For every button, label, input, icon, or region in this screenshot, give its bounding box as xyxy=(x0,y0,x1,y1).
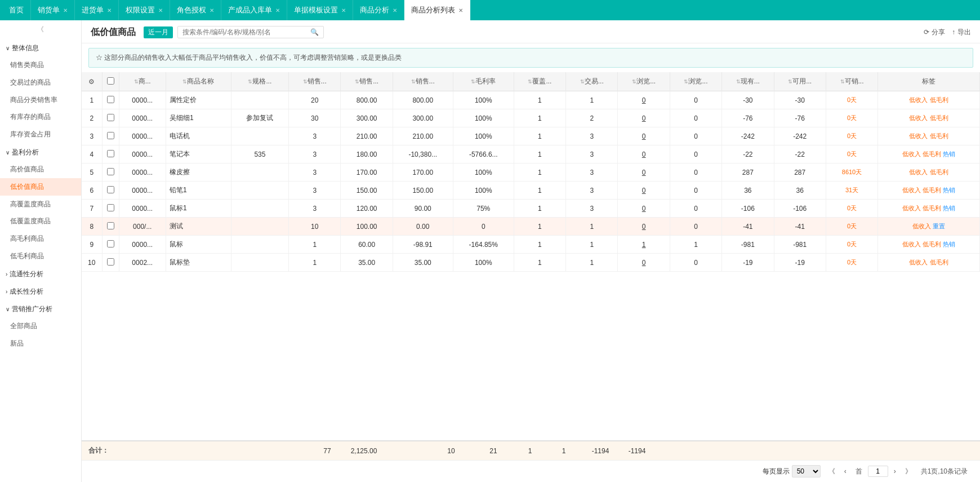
row-checkbox[interactable] xyxy=(107,96,114,103)
browse1[interactable]: 0 xyxy=(618,109,670,127)
col-header-8[interactable]: ⇅毛利率 xyxy=(453,72,514,91)
top-nav-item[interactable]: 销货单✕ xyxy=(31,0,75,20)
browse2: 0 xyxy=(670,163,721,182)
footer-val-2 xyxy=(231,447,265,455)
prev-page-btn[interactable]: ‹ xyxy=(841,466,850,476)
col-header-0[interactable]: ⚙ xyxy=(82,72,102,91)
row-checkbox[interactable] xyxy=(107,258,114,266)
row-checkbox-cell xyxy=(102,109,119,127)
sort-icon: ⇅ xyxy=(303,79,308,85)
col-header-14[interactable]: ⇅可用... xyxy=(774,72,826,91)
row-checkbox[interactable] xyxy=(107,168,114,175)
sidebar-item-1-2[interactable]: 高覆盖度商品 xyxy=(0,196,81,213)
sidebar-section-3[interactable]: ›成长性分析 xyxy=(0,282,81,300)
sidebar-item-1-0[interactable]: 高价值商品 xyxy=(0,161,81,178)
col-header-4[interactable]: ⇅规格... xyxy=(231,72,288,91)
sidebar-item-0-4[interactable]: 库存资金占用 xyxy=(0,126,81,143)
browse1[interactable]: 0 xyxy=(618,254,670,272)
footer-val-9: 1 xyxy=(513,447,547,455)
col-header-6[interactable]: ⇅销售... xyxy=(341,72,393,91)
page-input[interactable] xyxy=(868,466,888,477)
top-nav-item[interactable]: 权限设置✕ xyxy=(119,0,170,20)
sidebar-item-0-0[interactable]: 销售类商品 xyxy=(0,56,81,74)
browse1[interactable]: 0 xyxy=(618,200,670,218)
sidebar-item-4-1[interactable]: 新品 xyxy=(0,335,81,352)
col-header-15[interactable]: ⇅可销... xyxy=(826,72,877,91)
col-header-5[interactable]: ⇅销售... xyxy=(289,72,341,91)
table-body: 10000...属性定价20800.00800.00100%1100-30-30… xyxy=(82,91,980,272)
row-checkbox[interactable] xyxy=(107,222,114,229)
top-nav-item[interactable]: 单据模板设置✕ xyxy=(287,0,353,20)
close-icon[interactable]: ✕ xyxy=(275,7,280,14)
table-row: 50000...橡皮擦3170.00170.00100%130028728786… xyxy=(82,163,980,182)
sort-icon: ⇅ xyxy=(580,79,585,85)
browse1[interactable]: 0 xyxy=(618,127,670,145)
footer-label: 合计： xyxy=(82,446,194,456)
close-icon[interactable]: ✕ xyxy=(458,7,463,14)
product-name: 橡皮擦 xyxy=(166,163,231,182)
col-header-10[interactable]: ⇅交易... xyxy=(566,72,618,91)
close-icon[interactable]: ✕ xyxy=(341,7,346,14)
col-header-7[interactable]: ⇅销售... xyxy=(393,72,453,91)
top-nav-item[interactable]: 商品分析✕ xyxy=(353,0,404,20)
col-header-9[interactable]: ⇅覆盖... xyxy=(514,72,565,91)
tag-cell: 低收入 低毛利 热销 xyxy=(878,145,980,163)
row-checkbox-cell xyxy=(102,163,119,182)
col-header-2[interactable]: ⇅商... xyxy=(119,72,166,91)
trade-count: 1 xyxy=(566,218,618,236)
tag-badge: 热销 xyxy=(943,205,955,211)
product-spec xyxy=(231,200,288,218)
sidebar-section-2[interactable]: ›流通性分析 xyxy=(0,265,81,282)
sidebar-item-1-3[interactable]: 低覆盖度商品 xyxy=(0,213,81,230)
col-header-11[interactable]: ⇅浏览... xyxy=(618,72,670,91)
col-header-13[interactable]: ⇅现有... xyxy=(722,72,774,91)
sidebar-collapse-btn[interactable]: 《 xyxy=(0,20,81,39)
first-page-btn[interactable]: 《 xyxy=(825,466,839,477)
browse1[interactable]: 0 xyxy=(618,218,670,236)
browse1[interactable]: 0 xyxy=(618,163,670,182)
close-icon[interactable]: ✕ xyxy=(210,7,214,14)
top-nav-item[interactable]: 产成品入库单✕ xyxy=(221,0,287,20)
row-checkbox[interactable] xyxy=(107,204,114,211)
sidebar-section-4[interactable]: ∨营销推广分析 xyxy=(0,300,81,317)
sidebar-item-0-1[interactable]: 交易过的商品 xyxy=(0,74,81,91)
per-page-select[interactable]: 50 100 200 xyxy=(792,465,821,477)
sidebar-item-1-1[interactable]: 低价值商品 xyxy=(0,178,81,196)
top-nav-item[interactable]: 进货单✕ xyxy=(75,0,119,20)
search-icon[interactable]: 🔍 xyxy=(310,28,319,36)
browse1[interactable]: 0 xyxy=(618,182,670,200)
row-checkbox[interactable] xyxy=(107,150,114,157)
sidebar-item-1-5[interactable]: 低毛利商品 xyxy=(0,247,81,265)
col-header-12[interactable]: ⇅浏览... xyxy=(670,72,721,91)
row-checkbox[interactable] xyxy=(107,132,114,139)
stock2: -19 xyxy=(774,254,826,272)
close-icon[interactable]: ✕ xyxy=(63,7,68,14)
top-nav-item[interactable]: 角色授权✕ xyxy=(170,0,221,20)
top-nav-item[interactable]: 商品分析列表✕ xyxy=(404,0,470,20)
last-page-btn[interactable]: 》 xyxy=(902,466,915,477)
sidebar-section-0[interactable]: ∨整体信息 xyxy=(0,39,81,56)
browse1[interactable]: 1 xyxy=(618,236,670,254)
select-all-checkbox[interactable] xyxy=(107,77,114,85)
gear-icon[interactable]: ⚙ xyxy=(88,78,95,86)
browse1[interactable]: 0 xyxy=(618,91,670,109)
next-page-btn[interactable]: › xyxy=(890,466,899,476)
row-checkbox[interactable] xyxy=(107,240,114,247)
row-checkbox[interactable] xyxy=(107,114,114,121)
col-header-3[interactable]: ⇅商品名称 xyxy=(166,72,231,91)
sidebar-item-0-2[interactable]: 商品分类销售率 xyxy=(0,91,81,109)
row-checkbox[interactable] xyxy=(107,186,114,193)
close-icon[interactable]: ✕ xyxy=(158,7,163,14)
sidebar-item-1-4[interactable]: 高毛利商品 xyxy=(0,230,81,247)
close-icon[interactable]: ✕ xyxy=(107,7,112,14)
sidebar-section-1[interactable]: ∨盈利分析 xyxy=(0,143,81,161)
export-button[interactable]: ↑ 导出 xyxy=(952,28,971,37)
browse1[interactable]: 0 xyxy=(618,145,670,163)
top-nav-item[interactable]: 首页 xyxy=(2,0,31,20)
sidebar-item-0-3[interactable]: 有库存的商品 xyxy=(0,108,81,126)
share-button[interactable]: ⟳ 分享 xyxy=(924,28,945,37)
sidebar-item-4-0[interactable]: 全部商品 xyxy=(0,317,81,335)
time-badge[interactable]: 近一月 xyxy=(144,26,173,38)
search-input[interactable] xyxy=(182,28,308,36)
close-icon[interactable]: ✕ xyxy=(393,7,397,14)
